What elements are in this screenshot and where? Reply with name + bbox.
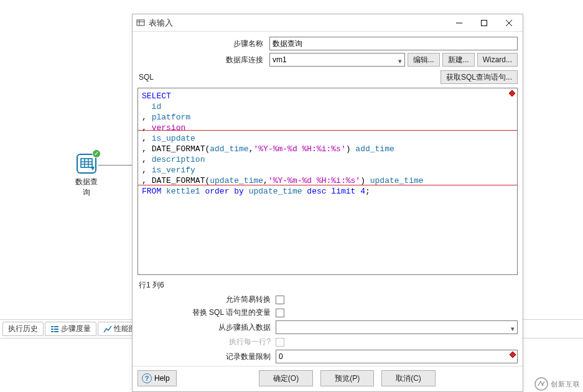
checkbox-replace-vars[interactable] [276,309,284,317]
svg-line-19 [506,20,512,26]
watermark-text: 创新互联 [551,380,581,389]
limit-input[interactable] [276,350,518,363]
svg-rect-0 [77,154,96,173]
svg-rect-12 [54,331,58,332]
svg-rect-13 [137,20,144,26]
svg-rect-7 [51,326,54,327]
svg-rect-9 [51,329,54,330]
label-sql: SQL [138,73,154,82]
preview-button[interactable]: 预览(P) [320,370,374,386]
tab-label: 执行历史 [8,324,38,334]
variable-indicator-icon [508,90,516,97]
svg-rect-8 [54,326,58,327]
help-button[interactable]: ? Help [138,370,177,386]
db-conn-select[interactable]: vm1 [269,53,405,67]
cancel-button[interactable]: 取消(C) [381,370,436,386]
sql-editor[interactable]: SELECT id , platform , version , is_upda… [138,88,518,275]
edit-conn-button[interactable]: 编辑... [408,53,440,67]
step-node-label: 数据查询 [73,177,100,198]
step-node[interactable]: ✓ 数据查询 [73,153,100,188]
label-step-name: 步骤名称 [138,39,267,49]
help-icon: ? [142,373,152,383]
hop-line [98,165,132,166]
from-step-select[interactable] [276,320,518,334]
svg-rect-17 [482,20,487,26]
tab-exec-history[interactable]: 执行历史 [2,322,44,336]
new-conn-button[interactable]: 新建... [442,53,475,67]
ok-button[interactable]: 确定(O) [259,370,313,386]
table-input-dialog: 表输入 步骤名称 数据库连接 vm1 编辑... 新建... Wizard... [132,14,523,392]
label-replace-vars: 替换 SQL 语句里的变量 [138,307,273,318]
label-each-row: 执行每一行? [138,337,273,347]
list-icon [50,325,59,334]
label-db-conn: 数据库连接 [138,55,267,65]
wizard-button[interactable]: Wizard... [477,53,518,67]
dialog-icon [136,19,145,27]
tab-step-metrics[interactable]: 步骤度量 [45,322,96,336]
get-sql-button[interactable]: 获取SQL查询语句... [441,70,518,84]
label-from-step: 从步骤插入数据 [138,322,273,333]
help-label: Help [154,374,170,383]
tab-label: 步骤度量 [61,324,91,334]
maximize-button[interactable] [472,15,497,31]
svg-rect-11 [51,331,54,332]
chart-line-icon [103,325,112,334]
label-simple-conv: 允许简易转换 [138,294,273,305]
titlebar[interactable]: 表输入 [133,14,523,32]
minimize-button[interactable] [447,15,472,31]
checkmark-badge-icon: ✓ [92,149,101,158]
label-limit: 记录数量限制 [138,352,273,362]
close-button[interactable] [497,15,521,31]
svg-point-22 [535,378,548,390]
watermark-logo-icon [534,377,548,391]
svg-line-18 [506,20,512,26]
dialog-title: 表输入 [149,17,447,29]
variable-indicator-icon [509,351,516,358]
table-input-icon: ✓ [76,153,97,174]
svg-marker-20 [509,90,515,96]
cursor-position: 行1 列6 [139,280,518,291]
step-name-input[interactable] [269,37,518,50]
checkbox-each-row [276,338,284,347]
checkbox-simple-conv[interactable] [276,296,284,304]
svg-rect-10 [54,329,58,330]
watermark: 创新互联 [532,376,583,392]
svg-marker-21 [510,352,516,358]
